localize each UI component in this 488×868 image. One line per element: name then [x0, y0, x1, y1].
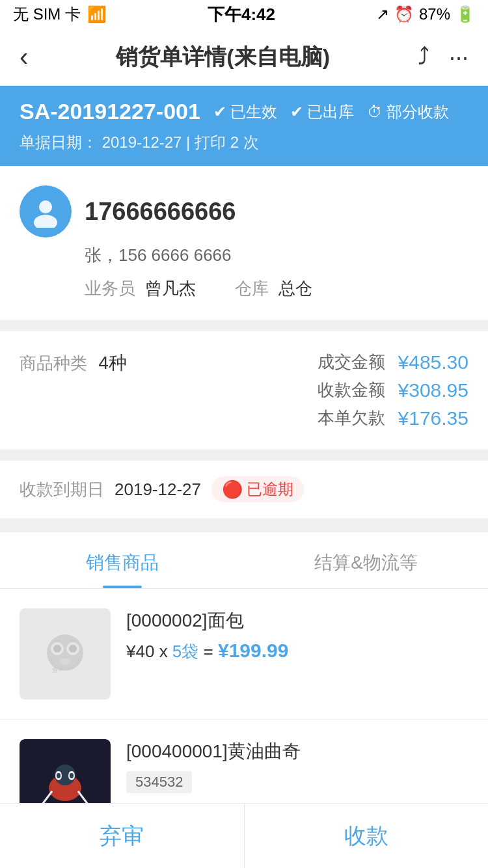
product-image-1: 鱼+ — [20, 608, 111, 699]
avatar — [20, 185, 72, 237]
product-info-1: [0000002]面包 ¥40 x 5袋 = ¥199.99 — [126, 608, 468, 663]
owed-label: 本单欠款 — [318, 407, 385, 429]
status-badge-shipped: ✔ 已出库 — [290, 102, 354, 122]
svg-point-6 — [69, 645, 77, 653]
summary-section: 商品种类 4种 成交金额 ¥485.30 收款金额 ¥308.95 本单欠款 ¥… — [0, 331, 488, 449]
product-name-2: [000400001]黄油曲奇 — [126, 739, 468, 764]
type-label: 商品种类 — [20, 353, 87, 373]
svg-point-0 — [39, 200, 52, 213]
product-type-info: 商品种类 4种 — [20, 351, 127, 375]
print-unit: 次 — [243, 133, 259, 151]
customer-sub-info: 张，156 6666 6666 — [85, 244, 468, 267]
back-button[interactable]: ‹ — [20, 42, 28, 72]
order-header: SA-20191227-001 ✔ 已生效 ✔ 已出库 ⏱ 部分收款 单据日期：… — [0, 86, 488, 166]
received-row: 收款金额 ¥308.95 — [318, 379, 468, 401]
battery-level: 87% — [419, 5, 450, 23]
order-date: 2019-12-27 — [102, 133, 182, 151]
list-item: 鱼+ [0000002]面包 ¥40 x 5袋 = ¥199.99 — [0, 589, 488, 720]
divider-1 — [0, 321, 488, 331]
page-title: 销货单详情(来自电脑) — [116, 42, 330, 72]
amount-value: ¥485.30 — [398, 351, 468, 373]
warehouse-name: 总仓 — [278, 278, 312, 298]
price-total-1: ¥199.99 — [218, 640, 288, 661]
overdue-icon: 🔴 — [222, 480, 243, 500]
divider-2 — [0, 450, 488, 461]
owed-value: ¥176.35 — [398, 407, 468, 429]
order-id: SA-20191227-001 — [20, 99, 200, 124]
received-label: 收款金额 — [318, 379, 385, 401]
nav-bar: ‹ 销货单详情(来自电脑) ⤴ ··· — [0, 29, 488, 86]
product-sku-2: 534532 — [126, 771, 192, 793]
warehouse-label: 仓库 — [235, 278, 269, 298]
battery-icon: 🔋 — [455, 5, 475, 23]
svg-point-7 — [60, 658, 70, 665]
due-date-section: 收款到期日 2019-12-27 🔴 已逾期 — [0, 461, 488, 518]
price-base-1: ¥40 — [126, 642, 154, 661]
print-label: 打印 — [195, 133, 226, 151]
sales-info: 业务员 曾凡杰 — [85, 277, 196, 300]
overdue-badge: 🔴 已逾期 — [211, 476, 304, 502]
order-date-row: 单据日期： 2019-12-27 | 打印 2 次 — [20, 132, 468, 153]
product-name-1: [0000002]面包 — [126, 608, 468, 633]
product-price-1: ¥40 x 5袋 = ¥199.99 — [126, 640, 468, 663]
check-icon2: ✔ — [290, 103, 303, 121]
bottom-bar: 弃审 收款 — [0, 803, 488, 868]
collect-payment-button[interactable]: 收款 — [245, 804, 489, 868]
clock-icon: ⏱ — [367, 103, 383, 121]
tab-products[interactable]: 销售商品 — [0, 532, 244, 588]
svg-point-17 — [70, 773, 74, 778]
customer-phone: 17666666666 — [85, 198, 236, 226]
more-button[interactable]: ··· — [449, 44, 468, 71]
print-count: 2 — [230, 133, 239, 151]
cancel-review-button[interactable]: 弃审 — [0, 804, 245, 868]
status-left: 无 SIM 卡 📶 — [13, 4, 107, 25]
price-qty-1: 5袋 — [172, 642, 198, 661]
customer-section: 17666666666 张，156 6666 6666 业务员 曾凡杰 仓库 总… — [0, 166, 488, 319]
status-time: 下午4:42 — [208, 3, 275, 26]
tab-bar: 销售商品 结算&物流等 — [0, 532, 488, 589]
svg-point-16 — [57, 773, 61, 778]
alarm-icon: ⏰ — [394, 5, 414, 23]
date-label: 单据日期： — [20, 133, 98, 151]
type-value: 4种 — [98, 353, 127, 373]
signal-icon: 无 SIM 卡 — [13, 4, 81, 25]
status-badge-effective: ✔ 已生效 — [213, 102, 277, 122]
svg-point-1 — [34, 215, 57, 228]
status-right: ↗ ⏰ 87% 🔋 — [376, 5, 475, 23]
svg-text:鱼+: 鱼+ — [52, 666, 62, 673]
check-icon: ✔ — [213, 103, 226, 121]
due-label: 收款到期日 — [20, 478, 104, 501]
location-icon: ↗ — [376, 5, 389, 23]
customer-meta: 业务员 曾凡杰 仓库 总仓 — [85, 277, 468, 300]
sales-name: 曾凡杰 — [145, 278, 196, 298]
product-thumbnail-1: 鱼+ — [20, 608, 111, 699]
divider-3 — [0, 519, 488, 532]
warehouse-info: 仓库 总仓 — [235, 277, 312, 300]
amount-row: 成交金额 ¥485.30 — [318, 351, 468, 373]
sales-label: 业务员 — [85, 278, 135, 298]
amount-label: 成交金额 — [318, 351, 385, 373]
overdue-label: 已逾期 — [247, 479, 293, 500]
owed-row: 本单欠款 ¥176.35 — [318, 407, 468, 429]
svg-point-5 — [53, 645, 61, 653]
due-date-value: 2019-12-27 — [115, 480, 201, 500]
amount-summary: 成交金额 ¥485.30 收款金额 ¥308.95 本单欠款 ¥176.35 — [318, 351, 468, 429]
received-value: ¥308.95 — [398, 379, 468, 401]
tab-settlement[interactable]: 结算&物流等 — [244, 532, 488, 588]
share-button[interactable]: ⤴ — [418, 44, 429, 71]
nav-right-actions: ⤴ ··· — [418, 44, 468, 71]
wifi-icon: 📶 — [87, 5, 107, 23]
status-bar: 无 SIM 卡 📶 下午4:42 ↗ ⏰ 87% 🔋 — [0, 0, 488, 29]
status-badge-partial: ⏱ 部分收款 — [367, 102, 449, 122]
